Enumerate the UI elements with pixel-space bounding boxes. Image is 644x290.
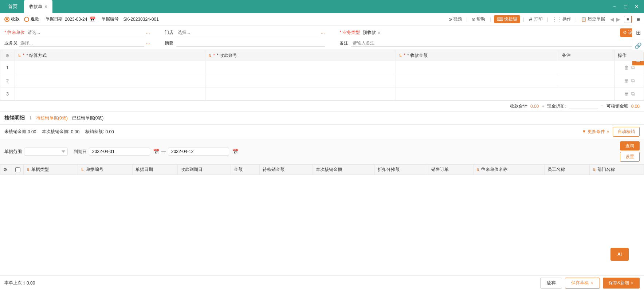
summary-label: 摘要 bbox=[165, 40, 173, 46]
close-button[interactable]: ✕ bbox=[632, 3, 641, 10]
lower-settings-icon[interactable]: ⚙ bbox=[3, 167, 7, 172]
table-settings-icon[interactable]: ⚙ bbox=[5, 53, 9, 58]
maximize-button[interactable]: □ bbox=[622, 3, 629, 10]
lower-col-date-header: 单据日期 bbox=[132, 165, 177, 175]
calendar-from-icon[interactable]: 📅 bbox=[153, 149, 159, 154]
auto-writeoff-button[interactable]: 自动核销 bbox=[613, 127, 640, 137]
cell-notes-2[interactable] bbox=[559, 74, 614, 87]
delete-icon-2[interactable]: 🗑 bbox=[624, 78, 629, 84]
cell-notes-3[interactable] bbox=[559, 87, 614, 101]
select-all-checkbox[interactable] bbox=[15, 167, 20, 172]
lower-col-staff-label: 员工名称 bbox=[547, 167, 565, 172]
store-label: 门店 bbox=[165, 30, 173, 36]
radio-refund[interactable]: 退款 bbox=[24, 16, 39, 22]
table-row: 3 🗑 ⧉ bbox=[0, 87, 644, 101]
lower-col-customer-header: ⇅ 往来单位名称 bbox=[473, 165, 544, 175]
form-row-2: 业务员 ··· 摘要 备注 bbox=[4, 40, 640, 47]
video-button[interactable]: ⊙ 视频 bbox=[447, 15, 463, 23]
col-settings-header[interactable]: ⚙ bbox=[0, 50, 15, 61]
view-list-button[interactable]: ≡ bbox=[624, 16, 631, 23]
number-label: 单据编号 bbox=[101, 16, 119, 22]
nav-right-icon[interactable]: ▶ bbox=[616, 16, 621, 23]
query-button[interactable]: 查询 bbox=[620, 141, 640, 150]
business-dropdown-icon[interactable]: ∨ bbox=[377, 30, 381, 35]
lower-col-dept-label: 部门名称 bbox=[597, 167, 615, 172]
tab-close-icon[interactable]: × bbox=[44, 4, 47, 9]
receipt-refund-toggle: 收款 退款 bbox=[4, 16, 39, 22]
store-more-icon[interactable]: ··· bbox=[321, 30, 325, 36]
lower-col-amount-label: 金额 bbox=[234, 167, 243, 172]
discount-input[interactable] bbox=[569, 103, 598, 109]
lower-col-order-header: 销售订单 bbox=[428, 165, 473, 175]
minimize-button[interactable]: － bbox=[610, 3, 619, 11]
col-amount-label: * 收款金额 bbox=[407, 53, 428, 58]
cell-amount-1[interactable] bbox=[396, 61, 559, 74]
cell-amount-3[interactable] bbox=[396, 87, 559, 101]
date-calendar-icon[interactable]: 📅 bbox=[89, 16, 95, 22]
cell-amount-2[interactable] bbox=[396, 74, 559, 87]
discard-button[interactable]: 放弃 bbox=[540, 278, 562, 289]
lower-col-settings[interactable]: ⚙ bbox=[0, 165, 12, 175]
shortcut-button[interactable]: ⌨ 快捷键 bbox=[494, 15, 520, 23]
save-draft-button[interactable]: 保存草稿 ∧ bbox=[565, 278, 600, 289]
lower-table-wrap: ⚙ ⇅ 单据类型 ⇅ 单据编号 bbox=[0, 164, 644, 290]
radio-receipt-label: 收款 bbox=[11, 16, 20, 22]
col-notes-label: 备注 bbox=[562, 53, 571, 58]
number-value: SK-20230324-001 bbox=[123, 17, 158, 22]
cell-account-1[interactable] bbox=[205, 61, 396, 74]
history-button[interactable]: 📋 历史单据 bbox=[580, 15, 606, 23]
operation-button[interactable]: ⋮⋮ 操作 bbox=[551, 15, 573, 23]
customer-input[interactable] bbox=[26, 29, 144, 36]
delete-icon-1[interactable]: 🗑 bbox=[624, 65, 629, 71]
radio-receipt[interactable]: 收款 bbox=[4, 16, 20, 22]
lower-col-pending-header: 待核销金额 bbox=[259, 165, 313, 175]
nav-left-icon[interactable]: ◀ bbox=[609, 16, 615, 23]
filter-dash: — bbox=[161, 149, 166, 154]
filter-date-from[interactable] bbox=[89, 148, 150, 156]
sort-type: ⇅ bbox=[27, 168, 30, 172]
more-conditions-button[interactable]: ▼ 更多条件 ∧ bbox=[582, 129, 610, 135]
tab-done[interactable]: 已核销单据(0笔) bbox=[72, 115, 104, 121]
print-button[interactable]: 🖨 打印 bbox=[527, 15, 544, 23]
tab-home[interactable]: 首页 bbox=[3, 0, 23, 13]
copy-icon-2[interactable]: ⧉ bbox=[631, 78, 635, 84]
shortcut-label: 快捷键 bbox=[504, 16, 517, 22]
net-label: 可核销金额 bbox=[606, 103, 628, 109]
customer-more-icon[interactable]: ··· bbox=[146, 30, 150, 36]
lower-col-order-label: 销售订单 bbox=[431, 167, 449, 172]
save-new-button[interactable]: 保存&新增 ∧ bbox=[603, 278, 640, 289]
sidebar-icon-1[interactable]: ≡ bbox=[632, 13, 644, 26]
summary-input[interactable] bbox=[176, 40, 325, 47]
lower-col-pending-label: 待核销金额 bbox=[263, 167, 284, 172]
notes-label: 备注 bbox=[339, 40, 348, 46]
ai-button[interactable]: Ai bbox=[610, 248, 629, 261]
filter-row: 单据范围 到期日 📅 — 📅 查询 设置 bbox=[0, 139, 644, 164]
filter-buttons: 查询 设置 bbox=[620, 141, 640, 162]
staff-more-icon[interactable]: ··· bbox=[146, 40, 150, 46]
cell-notes-1[interactable] bbox=[559, 61, 614, 74]
bottom-info-icon[interactable]: ℹ bbox=[23, 281, 25, 286]
store-input[interactable] bbox=[176, 29, 319, 36]
help-button[interactable]: ⊙ 帮助 bbox=[470, 15, 487, 23]
filter-setting-button[interactable]: 设置 bbox=[620, 152, 640, 162]
sidebar-icon-2[interactable]: ⊞ bbox=[632, 26, 644, 39]
filter-date-to[interactable] bbox=[168, 148, 229, 156]
cell-settlement-3[interactable] bbox=[15, 87, 205, 101]
writeoff-info-icon[interactable]: ℹ bbox=[30, 115, 32, 121]
calendar-to-icon[interactable]: 📅 bbox=[232, 149, 238, 154]
sort-icon2: ⇅ bbox=[208, 54, 211, 58]
notes-input[interactable] bbox=[351, 40, 640, 47]
cell-settlement-2[interactable] bbox=[15, 74, 205, 87]
total-value: 0.00 bbox=[530, 104, 539, 109]
tab-active[interactable]: 收款单 × bbox=[24, 0, 52, 13]
tab-pending[interactable]: 待核销单据(0笔) bbox=[36, 115, 68, 121]
copy-icon-3[interactable]: ⧉ bbox=[631, 91, 635, 97]
filter-range-select[interactable] bbox=[24, 148, 68, 156]
cell-settlement-1[interactable] bbox=[15, 61, 205, 74]
cell-account-2[interactable] bbox=[205, 74, 396, 87]
staff-input[interactable] bbox=[19, 40, 144, 47]
bottom-bar: 本单上次 ℹ 0.00 放弃 保存草稿 ∧ 保存&新增 ∧ bbox=[0, 275, 644, 290]
cell-account-3[interactable] bbox=[205, 87, 396, 101]
delete-icon-3[interactable]: 🗑 bbox=[624, 91, 629, 97]
discount-label: 现金折扣: bbox=[547, 103, 566, 109]
